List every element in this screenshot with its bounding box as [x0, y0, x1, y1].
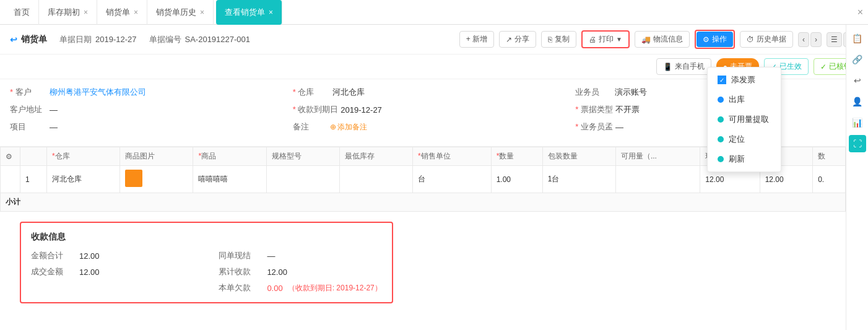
due-date-value: 2019-12-27 — [341, 105, 382, 115]
outbound-dot — [718, 97, 724, 103]
customer-value[interactable]: 柳州粤港平安气体有限公司 — [50, 87, 146, 98]
project-value: — — [50, 123, 58, 132]
logistics-icon: 🚚 — [641, 35, 651, 44]
ops-button[interactable]: ⚙ 操作 — [697, 32, 733, 47]
tab-close-view-sales[interactable]: × — [269, 8, 273, 17]
prev-button[interactable]: ‹ — [798, 32, 809, 47]
add-icon: ⊕ — [330, 123, 336, 131]
history-button[interactable]: ⏱ 历史单据 — [740, 31, 793, 48]
share-button[interactable]: ↗ 分享 — [499, 31, 536, 48]
doc-meta: 单据日期 2019-12-27 单据编号 SA-20191227-001 — [59, 34, 250, 45]
tab-home[interactable]: 首页 — [5, 0, 39, 25]
history-icon: ⏱ — [747, 35, 754, 44]
logistics-button[interactable]: 🚚 物流信息 — [635, 31, 690, 48]
tab-close-sales-order[interactable]: × — [134, 8, 138, 17]
tab-view-sales[interactable]: 查看销货单 × — [216, 0, 282, 25]
tab-sales-order[interactable]: 销货单 × — [97, 0, 147, 25]
dropdown-outbound[interactable]: 出库 — [708, 90, 781, 110]
tab-sales-history[interactable]: 销货单历史 × — [147, 0, 214, 25]
doc-date-field: 单据日期 2019-12-27 — [59, 34, 137, 45]
right-sidebar: 📋 🔗 ↩ 👤 📊 ⛶ — [846, 25, 868, 330]
col-quantity: *数量 — [491, 147, 542, 166]
cell-seq: 1 — [20, 166, 47, 193]
locate-dot — [718, 136, 724, 142]
tab-close-inventory-init[interactable]: × — [84, 8, 88, 17]
tab-bar: 首页 库存期初 × 销货单 × 销货单历史 × 查看销货单 × × — [0, 0, 868, 25]
summary-cumulative: 累计收款 12.00 — [219, 266, 381, 277]
col-pack-qty: 包装数量 — [542, 147, 615, 166]
available-qty-dot — [718, 116, 724, 123]
cell-setting — [1, 166, 20, 193]
col-product: *商品 — [193, 147, 266, 166]
col-setting[interactable]: ⚙ — [1, 147, 20, 166]
copy-icon: ⎘ — [548, 35, 552, 44]
cell-quantity: 1.00 — [491, 166, 542, 193]
customer-field: 客户 柳州粤港平安气体有限公司 — [10, 87, 293, 98]
cell-product: 嘻嘻嘻嘻 — [193, 166, 266, 193]
staff-value: 演示账号 — [615, 87, 647, 98]
col-available: 可用量（... — [615, 147, 700, 166]
project-field: 项目 — — [10, 121, 293, 132]
staff-label: 业务员 — [575, 87, 612, 98]
from-phone-button[interactable]: 📱 来自手机 — [656, 58, 711, 75]
add-note-button[interactable]: ⊕ 添加备注 — [330, 122, 367, 132]
summary-balance — [31, 282, 194, 293]
summary-section: 收款信息 金额合计 12.00 同单现结 — 成交金额 12.00 累计收款 1… — [20, 222, 393, 303]
sidebar-icon-2[interactable]: 🔗 — [849, 51, 866, 68]
summary-total: 金额合计 12.00 — [31, 250, 194, 261]
doc-title: ↩ 销货单 — [10, 34, 47, 45]
cell-amount: 0. — [813, 166, 846, 193]
doc-no-field: 单据编号 SA-20191227-001 — [149, 34, 251, 45]
cell-spec — [266, 166, 339, 193]
dropdown-available-qty[interactable]: 可用量提取 — [708, 110, 781, 129]
address-label: 客户地址 — [10, 104, 47, 115]
subtotal-row: 小计 — [1, 193, 846, 212]
ops-icon: ⚙ — [703, 35, 710, 44]
sidebar-icon-3[interactable]: ↩ — [849, 72, 866, 89]
print-button[interactable]: 🖨 打印 ▼ — [581, 30, 630, 48]
tab-close-sales-history[interactable]: × — [200, 8, 204, 17]
col-min-stock: 最低库存 — [339, 147, 412, 166]
due-date-label: 收款到期日 — [293, 104, 339, 115]
dropdown-locate[interactable]: 定位 — [708, 129, 781, 149]
col-image: 商品图片 — [120, 147, 193, 166]
subtotal-label: 小计 — [1, 193, 846, 212]
list-view-button[interactable]: ☰ — [827, 32, 842, 47]
customer-label: 客户 — [10, 87, 47, 98]
due-date-field: 收款到期日 2019-12-27 — [293, 104, 576, 115]
salesperson-value: — — [615, 123, 623, 132]
cell-warehouse: 河北仓库 — [47, 166, 120, 193]
col-warehouse: *仓库 — [47, 147, 120, 166]
sidebar-icon-6[interactable]: ⛶ — [849, 135, 866, 152]
phone-icon: 📱 — [663, 63, 672, 71]
refresh-dot — [718, 156, 724, 162]
ticket-label: 票据类型 — [575, 104, 613, 115]
summary-deal: 成交金额 12.00 — [31, 266, 194, 277]
sidebar-icon-1[interactable]: 📋 — [849, 30, 866, 47]
col-amount: 数 — [813, 147, 846, 166]
dropdown-add-invoice[interactable]: ✓ 添发票 — [708, 70, 781, 90]
ops-button-wrapper: ⚙ 操作 — [695, 30, 735, 49]
new-button[interactable]: + 新增 — [459, 31, 494, 48]
cell-unit: 台 — [413, 166, 492, 193]
col-spec: 规格型号 — [266, 147, 339, 166]
doc-header: ↩ 销货单 单据日期 2019-12-27 单据编号 SA-20191227-0… — [0, 25, 868, 54]
remark-field: 备注 ⊕ 添加备注 — [293, 121, 576, 132]
address-field: 客户地址 — — [10, 104, 293, 115]
tab-inventory-init[interactable]: 库存期初 × — [39, 0, 97, 25]
add-invoice-checkbox[interactable]: ✓ — [718, 76, 726, 84]
summary-settle: 同单现结 — — [219, 250, 381, 261]
col-seq — [20, 147, 47, 166]
dropdown-refresh[interactable]: 刷新 — [708, 149, 781, 169]
remark-label: 备注 — [293, 121, 330, 132]
project-label: 项目 — [10, 121, 47, 132]
doc-actions: + 新增 ↗ 分享 ⎘ 复制 🖨 打印 ▼ 🚚 物流信息 ⚙ 操作 — [459, 30, 858, 49]
next-button[interactable]: › — [810, 32, 822, 47]
cell-image — [120, 166, 193, 193]
sidebar-icon-5[interactable]: 📊 — [849, 114, 866, 131]
sidebar-icon-4[interactable]: 👤 — [849, 93, 866, 110]
cell-min-stock — [339, 166, 412, 193]
main-content: ↩ 销货单 单据日期 2019-12-27 单据编号 SA-20191227-0… — [0, 25, 868, 330]
copy-button[interactable]: ⎘ 复制 — [541, 31, 576, 48]
close-all-button[interactable]: × — [857, 7, 863, 18]
